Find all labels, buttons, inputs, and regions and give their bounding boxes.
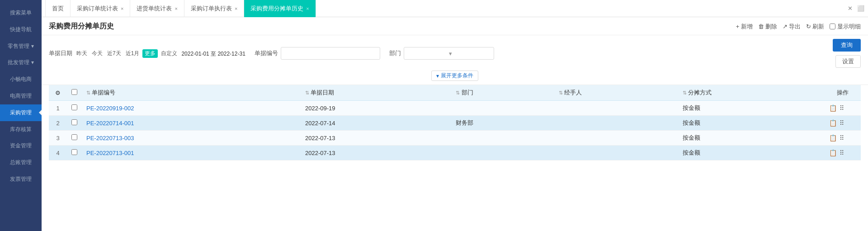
edit-icon-1[interactable]: 📋 bbox=[829, 104, 837, 112]
date-shortcut-month[interactable]: 近1月 bbox=[124, 49, 141, 58]
select-all-checkbox[interactable] bbox=[71, 89, 77, 95]
row-dept-3 bbox=[451, 131, 554, 146]
settings-button[interactable]: 设置 bbox=[835, 55, 861, 68]
sidebar-item-ecommerce[interactable]: 电商管理 bbox=[0, 88, 42, 104]
tab-close-purchase-fee-split[interactable]: × bbox=[306, 6, 309, 11]
sidebar-item-retail[interactable]: 零售管理 ▾ bbox=[0, 38, 42, 55]
date-shortcut-custom[interactable]: 自定义 bbox=[160, 49, 179, 58]
sidebar-item-inventory[interactable]: 库存核算 bbox=[0, 121, 42, 138]
doc-no-link-3[interactable]: PE-20220713-003 bbox=[86, 135, 134, 141]
tab-close-purchase-goods-stat[interactable]: × bbox=[175, 6, 177, 11]
row-dept-2: 财务部 bbox=[451, 116, 554, 131]
row-doc-no-4[interactable]: PE-20220713-001 bbox=[82, 146, 301, 160]
tab-purchase-order-stat[interactable]: 采购订单统计表× bbox=[71, 0, 130, 17]
tab-close-purchase-order-stat[interactable]: × bbox=[121, 6, 123, 11]
more-icon-4[interactable]: ⠿ bbox=[840, 149, 844, 156]
sidebar-item-quick[interactable]: 快捷导航 bbox=[0, 21, 42, 38]
export-button[interactable]: ↗ 导出 bbox=[783, 23, 801, 31]
table-row: 4PE-20220713-0012022-07-13按金额📋⠿ bbox=[49, 146, 861, 160]
date-filter-label: 单据日期 bbox=[49, 49, 72, 57]
sidebar-item-search[interactable]: 搜索菜单 bbox=[0, 5, 42, 21]
tab-purchase-fee-split[interactable]: 采购费用分摊单历史× bbox=[244, 0, 316, 17]
add-button[interactable]: + 新增 bbox=[736, 23, 753, 31]
sidebar-item-finance[interactable]: 资金管理 bbox=[0, 137, 42, 154]
edit-icon-2[interactable]: 📋 bbox=[829, 119, 837, 127]
row-actions-1: 📋⠿ bbox=[825, 101, 861, 116]
date-shortcut-more[interactable]: 更多 bbox=[142, 49, 158, 58]
checkbox-3[interactable] bbox=[71, 134, 77, 140]
dept-select[interactable]: ▾ bbox=[404, 47, 494, 60]
col-doc-no[interactable]: 单据编号 bbox=[82, 85, 301, 101]
tab-close-purchase-order-exec[interactable]: × bbox=[235, 6, 237, 11]
more-icon-2[interactable]: ⠿ bbox=[840, 119, 844, 127]
checkbox-1[interactable] bbox=[71, 104, 77, 110]
row-doc-no-1[interactable]: PE-20220919-002 bbox=[82, 101, 301, 116]
doc-no-link-1[interactable]: PE-20220919-002 bbox=[86, 105, 134, 112]
row-checkbox-3[interactable] bbox=[67, 131, 82, 146]
date-shortcut-week[interactable]: 近7天 bbox=[106, 49, 123, 58]
col-split-method[interactable]: 分摊方式 bbox=[678, 85, 825, 101]
close-tab-action[interactable]: ✕ bbox=[848, 5, 853, 12]
trash-icon: 🗑 bbox=[758, 23, 764, 30]
col-dept[interactable]: 部门 bbox=[451, 85, 554, 101]
table-row: 2PE-20220714-0012022-07-14财务部按金额📋⠿ bbox=[49, 116, 861, 131]
show-column-toggle[interactable]: 显示明细 bbox=[830, 23, 861, 31]
chevron-down-icon: ▾ bbox=[449, 50, 490, 57]
row-checkbox-4[interactable] bbox=[67, 146, 82, 160]
sidebar-item-mobile[interactable]: 小畅电商 bbox=[0, 71, 42, 88]
row-split-method-4: 按金额 bbox=[678, 146, 825, 160]
doc-no-filter-group: 单据编号 bbox=[255, 47, 380, 60]
row-handler-1 bbox=[554, 101, 678, 116]
dept-label: 部门 bbox=[389, 49, 401, 57]
content: 采购费用分摊单历史 + 新增 🗑 删除 ↗ 导出 ↻ 刷新 显示明细 bbox=[42, 17, 868, 231]
doc-no-link-4[interactable]: PE-20220713-001 bbox=[86, 150, 134, 156]
date-shortcut-today[interactable]: 今天 bbox=[90, 49, 104, 58]
date-shortcut-yesterday[interactable]: 昨天 bbox=[75, 49, 89, 58]
sidebar-item-ledger[interactable]: 总账管理 bbox=[0, 154, 42, 171]
row-doc-no-3[interactable]: PE-20220713-003 bbox=[82, 131, 301, 146]
row-num-1: 1 bbox=[49, 101, 67, 116]
maximize-tab-action[interactable]: ⬜ bbox=[857, 5, 864, 12]
date-shortcuts: 昨天今天近7天近1月更多自定义 bbox=[75, 49, 179, 58]
col-doc-date[interactable]: 单据日期 bbox=[301, 85, 451, 101]
checkbox-2[interactable] bbox=[71, 119, 77, 125]
filter-right-group: 查询 设置 bbox=[833, 39, 861, 68]
row-split-method-1: 按金额 bbox=[678, 101, 825, 116]
row-handler-4 bbox=[554, 146, 678, 160]
expand-more-button[interactable]: ▾ 展开更多条件 bbox=[431, 71, 478, 81]
more-icon-1[interactable]: ⠿ bbox=[840, 104, 844, 112]
refresh-button[interactable]: ↻ 刷新 bbox=[806, 23, 824, 31]
col-handler[interactable]: 经手人 bbox=[554, 85, 678, 101]
sidebar-item-wholesale[interactable]: 批发管理 ▾ bbox=[0, 54, 42, 71]
table-body: 1PE-20220919-0022022-09-19按金额📋⠿2PE-20220… bbox=[49, 101, 861, 160]
row-date-1: 2022-09-19 bbox=[301, 101, 451, 116]
table-row: 3PE-20220713-0032022-07-13按金额📋⠿ bbox=[49, 131, 861, 146]
row-checkbox-1[interactable] bbox=[67, 101, 82, 116]
row-split-method-2: 按金额 bbox=[678, 116, 825, 131]
doc-no-label: 单据编号 bbox=[255, 49, 278, 57]
tab-purchase-order-exec[interactable]: 采购订单执行表× bbox=[184, 0, 244, 17]
doc-no-input[interactable] bbox=[281, 47, 380, 60]
more-icon-3[interactable]: ⠿ bbox=[840, 134, 844, 141]
row-checkbox-2[interactable] bbox=[67, 116, 82, 131]
row-actions-2: 📋⠿ bbox=[825, 116, 861, 131]
show-column-checkbox[interactable] bbox=[830, 24, 835, 29]
doc-no-link-2[interactable]: PE-20220714-001 bbox=[86, 120, 134, 127]
row-handler-3 bbox=[554, 131, 678, 146]
refresh-icon: ↻ bbox=[806, 23, 811, 30]
dept-filter-group: 部门 ▾ bbox=[389, 47, 494, 60]
row-dept-4 bbox=[451, 146, 554, 160]
tab-purchase-goods-stat[interactable]: 进货单统计表× bbox=[130, 0, 184, 17]
sidebar-item-invoice[interactable]: 发票管理 bbox=[0, 171, 42, 188]
edit-icon-4[interactable]: 📋 bbox=[829, 149, 837, 156]
sidebar-item-purchase[interactable]: 采购管理 bbox=[0, 104, 42, 121]
col-settings[interactable]: ⚙ bbox=[49, 85, 67, 101]
checkbox-4[interactable] bbox=[71, 149, 77, 155]
tab-home[interactable]: 首页 bbox=[45, 0, 71, 17]
row-actions-3: 📋⠿ bbox=[825, 131, 861, 146]
edit-icon-3[interactable]: 📋 bbox=[829, 134, 837, 141]
delete-button[interactable]: 🗑 删除 bbox=[758, 23, 777, 31]
row-doc-no-2[interactable]: PE-20220714-001 bbox=[82, 116, 301, 131]
row-split-method-3: 按金额 bbox=[678, 131, 825, 146]
query-button[interactable]: 查询 bbox=[833, 39, 861, 52]
